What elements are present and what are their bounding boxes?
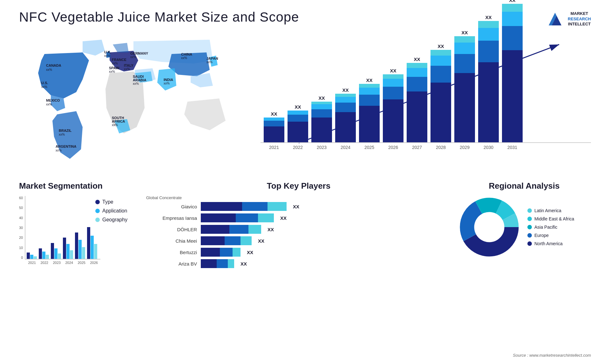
bar-2025: XX bbox=[359, 78, 380, 142]
svg-text:xx%: xx% bbox=[109, 70, 115, 73]
segmentation-section: Market Segmentation 60 50 40 30 20 10 0 bbox=[19, 181, 140, 286]
seg-group-2026 bbox=[87, 227, 97, 259]
map-label-germany: GERMANY bbox=[130, 51, 148, 55]
player-row-ariza: Ariza BV XX bbox=[146, 259, 451, 268]
regional-title: Regional Analysis bbox=[458, 181, 591, 191]
map-label-argentina: ARGENTINA bbox=[56, 145, 76, 148]
svg-text:xx%: xx% bbox=[59, 133, 65, 136]
map-label-canada: CANADA bbox=[46, 64, 61, 67]
svg-text:xx%: xx% bbox=[41, 85, 47, 89]
svg-text:xx%: xx% bbox=[46, 68, 52, 71]
map-label-uk: U.K. bbox=[104, 50, 111, 54]
legend-mea: Middle East & Africa bbox=[527, 216, 574, 221]
map-label-mexico: MEXICO bbox=[46, 98, 60, 102]
bar-2022: XX bbox=[288, 104, 308, 142]
logo-icon bbox=[546, 10, 565, 29]
svg-text:xx%: xx% bbox=[112, 123, 118, 127]
seg-x-labels: 2021 2022 2023 2024 2025 2026 bbox=[25, 260, 100, 266]
world-map-svg: CANADA xx% U.S. xx% MEXICO xx% BRAZIL xx… bbox=[19, 35, 241, 168]
svg-text:xx%: xx% bbox=[181, 56, 187, 60]
bottom-section: Market Segmentation 60 50 40 30 20 10 0 bbox=[19, 181, 591, 286]
map-label-india: INDIA bbox=[164, 78, 173, 82]
seg-bars bbox=[25, 196, 100, 260]
world-map-container: CANADA xx% U.S. xx% MEXICO xx% BRAZIL xx… bbox=[19, 35, 241, 172]
legend-na-dot bbox=[527, 241, 532, 246]
map-label-italy: ITALY bbox=[124, 64, 134, 67]
bar-chart-container: XX XX bbox=[254, 35, 591, 172]
player-row-bertuzzi: Bertuzzi XX bbox=[146, 248, 451, 257]
seg-group-2022 bbox=[39, 248, 49, 259]
svg-text:AFRICA: AFRICA bbox=[112, 119, 125, 123]
bar-2030: XX bbox=[478, 15, 499, 142]
bar-chart-x-labels: 2021 2022 2023 2024 2025 2026 2027 2028 … bbox=[261, 143, 591, 152]
seg-group-2023 bbox=[51, 243, 61, 259]
svg-text:xx%: xx% bbox=[207, 60, 213, 64]
seg-bar-chart: 60 50 40 30 20 10 0 bbox=[19, 196, 89, 272]
donut-chart bbox=[458, 195, 521, 259]
bar-2028: XX bbox=[430, 44, 451, 142]
player-name-empresas: Empresas Iansa bbox=[146, 215, 197, 221]
bar-2029: XX bbox=[454, 30, 475, 142]
players-title: Top Key Players bbox=[146, 181, 451, 191]
bar-2031: XX bbox=[502, 0, 523, 142]
map-label-us: U.S. bbox=[41, 81, 48, 85]
donut-svg bbox=[458, 195, 521, 259]
map-label-france: FRANCE bbox=[112, 58, 126, 62]
svg-text:xx%: xx% bbox=[104, 54, 110, 57]
player-row-chia: Chia Meei XX bbox=[146, 236, 451, 245]
logo: MARKET RESEARCH INTELLECT bbox=[546, 10, 591, 29]
player-name-ariza: Ariza BV bbox=[146, 261, 197, 266]
regional-legend: Latin America Middle East & Africa Asia … bbox=[527, 208, 574, 246]
segmentation-title: Market Segmentation bbox=[19, 181, 140, 191]
player-name-dohler: DÖHLER bbox=[146, 227, 197, 232]
legend-asia-dot bbox=[527, 225, 532, 229]
bar-2021: XX bbox=[264, 111, 284, 142]
legend-asia-pacific: Asia Pacific bbox=[527, 225, 574, 230]
legend-latin-dot bbox=[527, 208, 532, 213]
map-label-spain: SPAIN bbox=[109, 66, 119, 70]
legend-north-america: North America bbox=[527, 241, 574, 246]
svg-text:xx%: xx% bbox=[112, 62, 118, 65]
seg-chart-area: 60 50 40 30 20 10 0 bbox=[19, 196, 140, 272]
player-row-giavico: Giavico XX bbox=[146, 202, 451, 211]
svg-text:xx%: xx% bbox=[46, 103, 52, 106]
top-section: CANADA xx% U.S. xx% MEXICO xx% BRAZIL xx… bbox=[19, 35, 591, 172]
map-label-brazil: BRAZIL bbox=[59, 129, 72, 132]
regional-section: Regional Analysis bbox=[458, 181, 591, 286]
seg-group-2025 bbox=[75, 233, 85, 259]
bar-2026: XX bbox=[383, 68, 403, 142]
legend-europe: Europe bbox=[527, 233, 574, 238]
svg-text:xx%: xx% bbox=[133, 82, 139, 85]
svg-text:ARABIA: ARABIA bbox=[133, 78, 146, 82]
player-row-dohler: DÖHLER XX bbox=[146, 225, 451, 234]
seg-y-axis: 60 50 40 30 20 10 0 bbox=[19, 196, 23, 260]
map-label-japan: JAPAN bbox=[207, 57, 218, 60]
legend-mea-dot bbox=[527, 217, 532, 221]
svg-text:xx%: xx% bbox=[164, 82, 170, 85]
svg-text:xx%: xx% bbox=[56, 149, 62, 152]
bar-2023: XX bbox=[311, 95, 332, 142]
regional-content: Latin America Middle East & Africa Asia … bbox=[458, 195, 591, 259]
player-name-bertuzzi: Bertuzzi bbox=[146, 250, 197, 255]
bar-2027: XX bbox=[407, 57, 427, 142]
logo-text: MARKET RESEARCH INTELLECT bbox=[568, 11, 591, 27]
legend-latin-america: Latin America bbox=[527, 208, 574, 213]
page-title: NFC Vegetable Juice Market Size and Scop… bbox=[19, 10, 299, 25]
svg-text:xx%: xx% bbox=[130, 55, 136, 59]
player-name-chia: Chia Meei bbox=[146, 238, 197, 244]
player-row-empresas: Empresas Iansa XX bbox=[146, 213, 451, 222]
players-note: Global Concentrate bbox=[146, 195, 451, 200]
seg-group-2024 bbox=[63, 238, 73, 259]
svg-text:xx%: xx% bbox=[124, 67, 130, 71]
legend-europe-dot bbox=[527, 233, 532, 238]
map-label-china: CHINA bbox=[181, 52, 192, 56]
bar-2024: XX bbox=[335, 87, 356, 142]
players-section: Top Key Players Global Concentrate Giavi… bbox=[146, 181, 451, 286]
svg-point-26 bbox=[475, 213, 504, 241]
seg-group-2021 bbox=[27, 253, 37, 259]
player-name-giavico: Giavico bbox=[146, 204, 197, 209]
source-line: Source : www.marketresearchintellect.com bbox=[513, 353, 591, 358]
